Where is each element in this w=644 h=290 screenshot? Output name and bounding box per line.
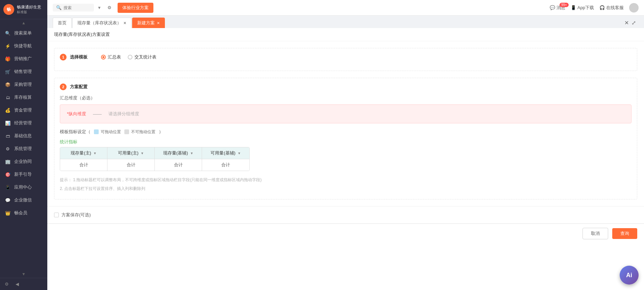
topbar-dropdown-icon[interactable]: ▼	[97, 5, 101, 10]
main-area: 🔍 ▼ ⚙ 体验行业方案 💬 消息 99+ 📱 App下载 🎧 在线客服 首页	[47, 0, 644, 290]
step2-title: 方案配置	[70, 84, 88, 90]
collapse-icon[interactable]: ◀	[16, 282, 19, 287]
sidebar-item-shortcut[interactable]: ⚡ 快捷导航	[0, 40, 47, 52]
vertical-dimension-label: *纵向维度	[67, 111, 86, 117]
step1-section: 1 选择模板 汇总表 交叉统计表	[54, 48, 637, 71]
sidebar-header: 畅 畅康通好生意 标准版	[0, 0, 47, 19]
non-draggable-legend: 不可拖动位置	[124, 129, 155, 135]
col-header-base-qty[interactable]: 现存量(基辅) ▼	[155, 147, 202, 159]
sidebar-item-operations[interactable]: 📊 经营管理	[0, 117, 47, 129]
col-header-main-qty[interactable]: 现存量(主) ▼	[60, 147, 107, 159]
col-chevron-main-qty[interactable]: ▼	[93, 151, 97, 155]
tabbar: 首页 现存量（库存状况表） ✕ 新建方案 ✕ ✕ ⤢	[47, 16, 644, 28]
template-radio-group: 汇总表 交叉统计表	[101, 54, 156, 60]
basic-icon: 🗃	[5, 133, 11, 139]
hint-2: 2. 点击标题栏下拉可设置排序、插入列和删除列	[60, 185, 631, 193]
indicator-settings-label: 模板指标设定（ 可拖动位置 不可拖动位置 ）	[60, 129, 631, 135]
content-area: 现存量(库存状况表)方案设置 1 选择模板 汇总表 交叉统计表	[47, 28, 644, 290]
dimension-separator: ——	[93, 112, 102, 117]
tab-new-scheme[interactable]: 新建方案 ✕	[132, 18, 165, 28]
col-chevron-base-qty[interactable]: ▼	[190, 151, 193, 155]
close-window-icon[interactable]: ✕	[624, 20, 629, 26]
radio-summary[interactable]: 汇总表	[101, 54, 121, 60]
topbar-right: 💬 消息 99+ 📱 App下载 🎧 在线客服	[550, 3, 639, 13]
purchase-icon: 📦	[5, 81, 11, 88]
step2-header: 2 方案配置	[60, 83, 631, 90]
system-icon: ⚙	[5, 146, 11, 152]
sidebar-item-newbie[interactable]: 🎯 新手引导	[0, 168, 47, 181]
save-checkbox[interactable]	[54, 213, 59, 217]
sidebar-item-member[interactable]: 👑 畅会员	[0, 207, 47, 219]
topbar-search-box[interactable]: 🔍	[53, 4, 94, 11]
topbar-gear-icon[interactable]: ⚙	[105, 3, 114, 13]
dimension-row[interactable]: *纵向维度 —— 请选择分组维度	[60, 104, 631, 123]
app-name: 畅康通好生意 标准版	[17, 4, 41, 15]
inventory-icon: 🗂	[5, 94, 11, 100]
sidebar-item-system[interactable]: ⚙ 系统管理	[0, 142, 47, 155]
online-service-link[interactable]: 🎧 在线客服	[599, 5, 624, 11]
topbar: 🔍 ▼ ⚙ 体验行业方案 💬 消息 99+ 📱 App下载 🎧 在线客服	[47, 0, 644, 16]
stat-cell-available-base: 合计	[202, 159, 249, 171]
action-bar: 取消 查询	[47, 223, 644, 243]
enterprise-icon: 🏢	[5, 159, 11, 165]
step2-badge: 2	[60, 83, 67, 90]
query-button[interactable]: 查询	[612, 228, 637, 239]
finance-icon: 💰	[5, 107, 11, 113]
user-avatar[interactable]	[629, 3, 639, 13]
col-chevron-available-main[interactable]: ▼	[141, 151, 144, 155]
sidebar-item-inventory[interactable]: 🗂 库存核算	[0, 91, 47, 104]
stat-cell-base-qty: 合计	[155, 159, 202, 171]
col-header-available-main[interactable]: 可用量(主) ▼	[107, 147, 155, 159]
messages-badge[interactable]: 💬 消息 99+	[550, 5, 565, 11]
radio-summary-circle	[101, 55, 106, 59]
apps-icon: 📱	[5, 184, 11, 190]
sidebar-item-purchase[interactable]: 📦 采购管理	[0, 78, 47, 91]
stat-table-header: 现存量(主) ▼ 可用量(主) ▼ 现存量(基辅) ▼	[60, 147, 249, 159]
shortcut-icon: ⚡	[5, 43, 11, 49]
stat-table-row-1: 合计 合计 合计 合计	[60, 159, 249, 171]
page-title: 现存量(库存状况表)方案设置	[47, 28, 644, 41]
settings-icon[interactable]: ⚙	[5, 282, 9, 287]
sidebar-scroll-down[interactable]: ▼	[21, 271, 26, 277]
cancel-button[interactable]: 取消	[583, 228, 608, 239]
hints-section: 提示： 1.拖动标题栏可以调整布局，不可跨维度或指标区域拖动栏目字段(只能在同一…	[60, 176, 631, 192]
tab-inventory-status[interactable]: 现存量（库存状况表） ✕	[72, 18, 131, 28]
stat-cell-available-main: 合计	[107, 159, 155, 171]
app-download-link[interactable]: 📱 App下载	[571, 5, 594, 11]
headset-icon: 🎧	[599, 5, 605, 10]
sidebar-scroll-up[interactable]: ▲	[21, 20, 26, 26]
col-header-available-base[interactable]: 可用量(基辅) ▼	[202, 147, 249, 159]
tab-home[interactable]: 首页	[53, 18, 72, 28]
message-icon: 💬	[550, 5, 555, 10]
stat-section: 统计指标 现存量(主) ▼ 可用量(主) ▼	[60, 139, 631, 171]
member-icon: 👑	[5, 210, 11, 216]
sidebar-item-apps[interactable]: 📱 应用中心	[0, 181, 47, 194]
radio-crosstab-circle	[128, 55, 132, 59]
sidebar-item-wechat[interactable]: 💬 企业微信	[0, 194, 47, 207]
expand-window-icon[interactable]: ⤢	[631, 20, 636, 26]
col-chevron-available-base[interactable]: ▼	[238, 151, 241, 155]
search-icon: 🔍	[5, 30, 11, 36]
tab-inventory-close-icon[interactable]: ✕	[123, 21, 126, 25]
tab-new-scheme-close-icon[interactable]: ✕	[157, 21, 160, 25]
sidebar-item-enterprise[interactable]: 🏢 企业协同	[0, 155, 47, 168]
sidebar-item-finance[interactable]: 💰 资金管理	[0, 104, 47, 117]
sidebar-item-sales[interactable]: 🛒 销售管理	[0, 65, 47, 78]
draggable-legend: 可拖动位置	[94, 129, 121, 135]
hint-prefix: 提示： 1.拖动标题栏可以调整布局，不可跨维度或指标区域拖动栏目字段(只能在同一…	[60, 176, 631, 184]
industry-solution-button[interactable]: 体验行业方案	[118, 3, 153, 13]
dimension-placeholder: 请选择分组维度	[108, 111, 139, 117]
stat-cell-main-qty: 合计	[60, 159, 107, 171]
ai-assistant-button[interactable]: Ai	[620, 266, 639, 285]
mobile-icon: 📱	[571, 5, 576, 10]
topbar-search-icon: 🔍	[56, 5, 61, 10]
sidebar-item-marketing[interactable]: 🎁 营销推广	[0, 52, 47, 65]
sidebar-nav: 🔍 搜索菜单 ⚡ 快捷导航 🎁 营销推广 🛒 销售管理 📦 采购管理 🗂 库存核…	[0, 27, 47, 270]
app-logo: 畅	[3, 4, 14, 15]
sidebar-item-search[interactable]: 🔍 搜索菜单	[0, 27, 47, 40]
topbar-search-input[interactable]	[64, 5, 91, 10]
radio-crosstab[interactable]: 交叉统计表	[128, 54, 156, 60]
summary-dimension-label: 汇总维度（必选）	[60, 95, 631, 101]
step1-badge: 1	[60, 54, 67, 61]
sidebar-item-basic[interactable]: 🗃 基础信息	[0, 129, 47, 142]
